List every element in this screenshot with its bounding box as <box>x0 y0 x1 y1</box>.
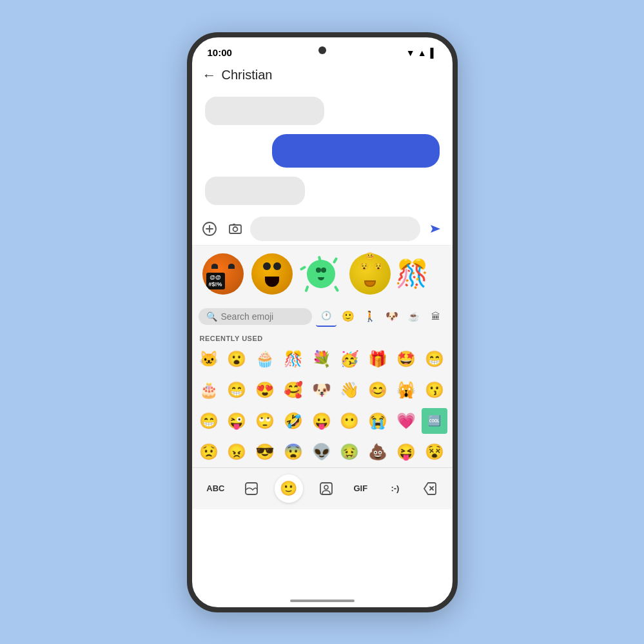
emoji-party[interactable]: 🥳 <box>337 346 362 372</box>
kb-emoticon-button[interactable]: :-) <box>384 481 407 496</box>
emoji-angry[interactable]: 😠 <box>224 439 249 465</box>
emoji-poop[interactable]: 💩 <box>365 439 391 465</box>
emoji-keyboard-icon: 🙂 <box>280 480 297 497</box>
back-button[interactable]: ← <box>202 67 217 84</box>
sticker-4[interactable]: 😵 😵 🤒 <box>347 251 393 297</box>
emoji-rofl[interactable]: 🤣 <box>280 408 306 434</box>
kb-delete-button[interactable] <box>418 478 442 499</box>
emoji-search-input[interactable] <box>221 311 304 322</box>
emoji-cool-sign[interactable]: 🆒 <box>422 408 447 434</box>
camera-button[interactable] <box>224 218 246 240</box>
message-area <box>192 89 453 213</box>
status-time: 10:00 <box>208 47 232 58</box>
kb-abc-button[interactable]: ABC <box>202 481 228 496</box>
home-indicator <box>290 600 355 602</box>
emoji-smile[interactable]: 😊 <box>365 377 391 403</box>
emoji-grid-row2: 🎂 😁 😍 🥰 🐶 👋 😊 🙀 😗 <box>192 375 453 405</box>
message-input[interactable] <box>250 217 420 241</box>
emoji-search-row: 🔍 🕐 🙂 🚶 🐶 ☕ 🏛 <box>192 302 453 331</box>
kb-gif-button[interactable]: GIF <box>349 481 372 496</box>
emoji-search-box[interactable]: 🔍 <box>199 308 312 325</box>
emoji-gift[interactable]: 🎁 <box>365 346 391 372</box>
emoji-wink-tongue[interactable]: 😜 <box>224 408 249 434</box>
emoji-cry[interactable]: 😭 <box>365 408 391 434</box>
add-attachment-button[interactable] <box>199 218 220 240</box>
emoji-bouquet[interactable]: 💐 <box>309 346 335 372</box>
emoji-big-grin[interactable]: 😁 <box>196 408 222 434</box>
sticker-row: @@#$!% <box>192 246 453 302</box>
emoji-sunglasses[interactable]: 😎 <box>252 439 278 465</box>
phone-notch <box>318 46 326 54</box>
emoji-dizzy[interactable]: 😵 <box>422 439 447 465</box>
svg-point-4 <box>233 227 237 231</box>
kb-bitmoji-button[interactable] <box>315 478 338 499</box>
emoji-grinning[interactable]: 😁 <box>224 377 249 403</box>
cat-tab-smileys[interactable]: 🙂 <box>338 306 358 327</box>
emoji-tongue[interactable]: 😛 <box>309 408 335 434</box>
cat-tab-animals[interactable]: 🐶 <box>382 306 402 327</box>
emoji-alien[interactable]: 👽 <box>309 439 335 465</box>
emoji-astonished[interactable]: 😮 <box>224 346 249 372</box>
emoji-sick[interactable]: 🤢 <box>337 439 362 465</box>
wifi-icon: ▼ <box>406 48 415 58</box>
emoji-smiling-face[interactable]: 🥰 <box>280 377 306 403</box>
svg-rect-5 <box>233 224 235 225</box>
sticker-3[interactable] <box>298 251 344 297</box>
emoji-confetti[interactable]: 🎊 <box>280 346 306 372</box>
phone-frame: 10:00 ▼ ▲ ▌ ← Christian <box>187 32 458 612</box>
emoji-cake[interactable]: 🎂 <box>196 377 222 403</box>
message-bubble-received-2 <box>205 177 305 205</box>
sticker-2[interactable] <box>249 251 295 297</box>
emoji-grin[interactable]: 😁 <box>422 346 447 372</box>
cat-tab-people[interactable]: 🚶 <box>360 306 380 327</box>
input-row <box>192 213 453 246</box>
message-bubble-received-1 <box>205 97 324 125</box>
emoji-stuck-tongue-closed[interactable]: 😝 <box>393 439 419 465</box>
keyboard-bottom-nav: ABC 🙂 GIF :-) <box>192 467 453 509</box>
signal-icon: ▲ <box>418 48 427 58</box>
emoji-cupcake[interactable]: 🧁 <box>252 346 278 372</box>
send-button[interactable] <box>424 218 446 240</box>
app-bar: ← Christian <box>192 62 453 89</box>
cat-tab-recent[interactable]: 🕐 <box>316 306 337 327</box>
cat-tab-food[interactable]: ☕ <box>404 306 424 327</box>
kb-emoji-button[interactable]: 🙂 <box>275 474 303 503</box>
battery-icon: ▌ <box>431 48 437 58</box>
contact-name: Christian <box>222 68 273 83</box>
emoji-worried[interactable]: 😟 <box>196 439 222 465</box>
emoji-cat[interactable]: 🐱 <box>196 346 222 372</box>
emoji-kiss[interactable]: 😗 <box>422 377 447 403</box>
emoji-heart-eyes[interactable]: 😍 <box>252 377 278 403</box>
emoji-grid-row4: 😟 😠 😎 😨 👽 🤢 💩 😝 😵 <box>192 436 453 467</box>
sticker-1[interactable]: @@#$!% <box>200 251 246 297</box>
emoji-dog[interactable]: 🐶 <box>309 377 335 403</box>
emoji-grid-row3: 😁 😜 🙄 🤣 😛 😶 😭 💗 🆒 <box>192 405 453 436</box>
section-label-recently-used: Recently used <box>192 331 453 344</box>
emoji-category-tabs: 🕐 🙂 🚶 🐶 ☕ 🏛 <box>316 306 446 327</box>
emoji-eyeroll[interactable]: 🙄 <box>252 408 278 434</box>
svg-point-8 <box>324 485 328 489</box>
svg-rect-3 <box>229 225 241 233</box>
emoji-grid-row1: 🐱 😮 🧁 🎊 💐 🥳 🎁 🤩 😁 <box>192 344 453 375</box>
status-icons: ▼ ▲ ▌ <box>406 48 437 58</box>
emoji-pink-heart[interactable]: 💗 <box>393 408 419 434</box>
search-icon: 🔍 <box>206 311 217 322</box>
kb-sticker-button[interactable] <box>240 478 263 499</box>
sticker-5[interactable]: 🎊 <box>396 251 428 297</box>
emoji-neutral[interactable]: 😶 <box>337 408 362 434</box>
emoji-wave[interactable]: 👋 <box>337 377 362 403</box>
emoji-fearful[interactable]: 😨 <box>280 439 306 465</box>
emoji-starstruck[interactable]: 🤩 <box>393 346 419 372</box>
message-bubble-sent <box>272 134 440 168</box>
emoji-keyboard: 🔍 🕐 🙂 🚶 🐶 ☕ 🏛 Recently used 🐱 😮 🧁 🎊 💐 🥳 … <box>192 302 453 467</box>
cat-tab-activities[interactable]: 🏛 <box>425 306 446 327</box>
emoji-shocked-cat[interactable]: 🙀 <box>393 377 419 403</box>
